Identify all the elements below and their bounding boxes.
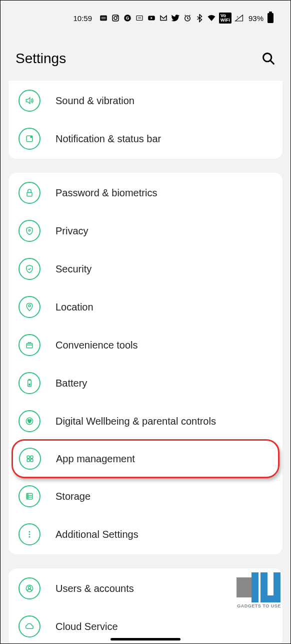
settings-item-sound[interactable]: Sound & vibration <box>8 82 282 120</box>
page-header: Settings <box>8 26 282 82</box>
svg-point-33 <box>28 494 28 495</box>
vowifi-icon: VoWiFi <box>219 13 232 24</box>
svg-rect-27 <box>30 456 33 458</box>
svg-text:G: G <box>126 16 130 21</box>
m-icon: m <box>135 14 144 23</box>
wifi-icon <box>207 14 216 23</box>
svg-line-14 <box>270 61 274 64</box>
item-label: Notification & status bar <box>56 133 161 145</box>
settings-item-storage[interactable]: Storage <box>8 477 282 515</box>
item-label: Battery <box>56 378 87 389</box>
item-label: Additional Settings <box>56 529 138 540</box>
svg-rect-29 <box>30 459 33 462</box>
svg-point-18 <box>28 230 30 231</box>
settings-item-notification[interactable]: Notification & status bar <box>8 120 282 158</box>
youtube-icon <box>147 14 156 23</box>
svg-rect-17 <box>27 192 32 196</box>
settings-item-location[interactable]: Location <box>8 288 282 326</box>
svg-point-35 <box>28 498 28 498</box>
svg-point-4 <box>114 17 117 20</box>
item-label: Convenience tools <box>56 340 138 351</box>
bluetooth-icon <box>195 14 204 23</box>
instagram-icon <box>111 14 120 23</box>
battery-icon <box>18 372 40 394</box>
item-label: Security <box>56 263 92 275</box>
svg-point-38 <box>29 536 30 538</box>
svg-point-36 <box>29 531 30 533</box>
svg-point-34 <box>28 496 28 496</box>
signal-icon: x <box>234 14 244 23</box>
tools-icon <box>18 334 40 356</box>
cloud-icon <box>18 615 40 637</box>
status-bar: 10:59 G m VoWiFi x 93% <box>8 9 282 26</box>
settings-item-additional[interactable]: Additional Settings <box>8 515 282 553</box>
message-icon <box>99 14 108 23</box>
settings-item-battery[interactable]: Battery <box>8 364 282 402</box>
privacy-icon <box>18 220 40 242</box>
home-indicator[interactable] <box>110 638 180 640</box>
svg-rect-43 <box>260 572 268 597</box>
item-label: Users & accounts <box>56 583 134 594</box>
svg-rect-0 <box>100 16 107 21</box>
apps-icon <box>19 448 41 470</box>
lock-icon <box>18 182 40 204</box>
sound-icon <box>18 90 40 112</box>
svg-point-16 <box>30 136 32 138</box>
battery-percentage: 93% <box>248 14 264 23</box>
google-icon: G <box>123 14 132 23</box>
user-icon <box>18 577 40 599</box>
svg-rect-45 <box>274 572 280 602</box>
svg-point-19 <box>28 304 30 306</box>
twitter-icon <box>171 14 180 23</box>
svg-point-5 <box>117 16 118 17</box>
svg-text:x: x <box>236 15 238 18</box>
svg-text:m: m <box>138 16 141 20</box>
svg-rect-23 <box>28 380 30 381</box>
item-label: Digital Wellbeing & parental controls <box>56 416 216 427</box>
location-icon <box>18 296 40 318</box>
svg-rect-26 <box>27 456 30 458</box>
more-icon <box>18 523 40 545</box>
settings-item-privacy[interactable]: Privacy <box>8 212 282 250</box>
settings-item-convenience[interactable]: Convenience tools <box>8 326 282 364</box>
settings-group: Sound & vibration Notification & status … <box>8 81 282 159</box>
status-time: 10:59 <box>74 14 92 23</box>
battery-status-icon <box>268 13 274 23</box>
item-label: Storage <box>56 491 90 502</box>
settings-item-password[interactable]: Password & biometrics <box>8 174 282 212</box>
alarm-icon <box>183 14 192 23</box>
settings-group: Password & biometrics Privacy Security L… <box>8 173 282 554</box>
svg-rect-28 <box>27 459 30 462</box>
watermark: GADGETS TO USE <box>236 572 282 608</box>
item-label: Location <box>56 301 94 313</box>
svg-point-40 <box>28 586 31 589</box>
svg-rect-20 <box>26 344 32 348</box>
settings-item-wellbeing[interactable]: Digital Wellbeing & parental controls <box>8 402 282 440</box>
search-icon <box>262 52 276 66</box>
item-label: Cloud Service <box>56 621 118 632</box>
search-button[interactable] <box>262 52 276 66</box>
item-label: App management <box>56 453 135 465</box>
watermark-text: GADGETS TO USE <box>236 603 282 608</box>
item-label: Privacy <box>56 225 88 237</box>
settings-item-security[interactable]: Security <box>8 250 282 288</box>
security-icon <box>18 258 40 280</box>
svg-point-37 <box>29 534 30 535</box>
svg-rect-24 <box>28 384 30 386</box>
gmail-icon <box>159 14 168 23</box>
settings-item-app-management[interactable]: App management <box>12 439 280 478</box>
item-label: Sound & vibration <box>56 95 134 107</box>
svg-rect-42 <box>252 572 258 602</box>
wellbeing-icon <box>18 410 40 432</box>
storage-icon <box>18 485 40 507</box>
page-title: Settings <box>16 51 66 67</box>
notification-icon <box>18 128 40 150</box>
item-label: Password & biometrics <box>56 187 157 199</box>
